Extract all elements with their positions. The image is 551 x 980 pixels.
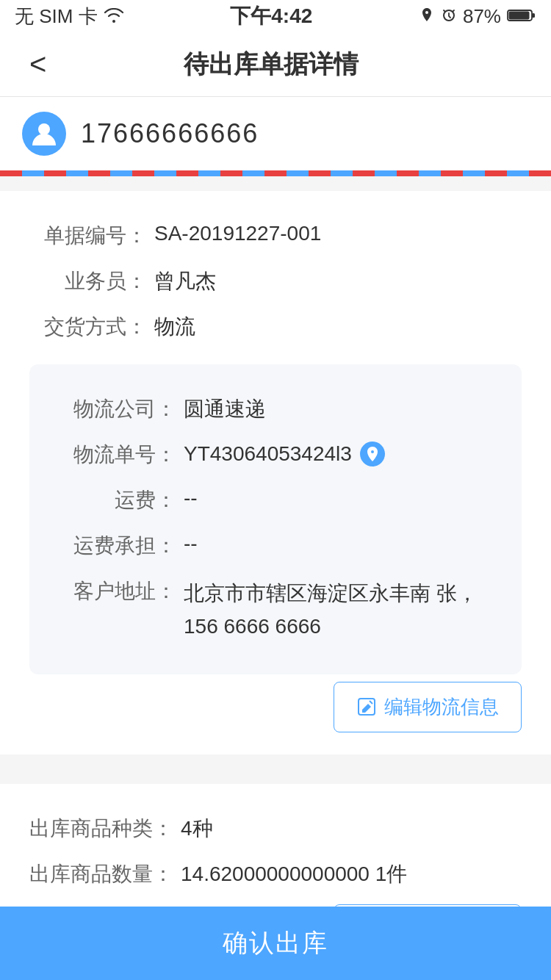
nav-bar: < 待出库单据详情 bbox=[0, 32, 551, 97]
quantity-label: 出库商品数量： bbox=[29, 860, 173, 888]
delivery-label: 交货方式： bbox=[29, 313, 147, 341]
doc-no-label: 单据编号： bbox=[29, 222, 147, 250]
svg-rect-3 bbox=[508, 11, 529, 19]
salesperson-row: 业务员： 曾凡杰 bbox=[29, 259, 522, 304]
carrier-text: 无 SIM 卡 bbox=[15, 4, 98, 29]
logistics-card: 物流公司： 圆通速递 物流单号： YT43064053424l3 运费： -- … bbox=[29, 364, 522, 674]
address-row: 客户地址： 北京市市辖区海淀区永丰南 张，156 6666 6666 bbox=[59, 569, 492, 652]
freight-label: 运费： bbox=[59, 486, 176, 514]
customer-header: 17666666666 bbox=[0, 97, 551, 170]
delivery-value: 物流 bbox=[154, 313, 522, 341]
edit-btn-container: 编辑物流信息 bbox=[29, 674, 522, 732]
freight-value: -- bbox=[184, 486, 492, 510]
quantity-value: 14.62000000000000 1件 bbox=[181, 860, 522, 888]
battery-text: 87% bbox=[463, 5, 501, 28]
customer-avatar bbox=[22, 112, 66, 156]
type-label: 出库商品种类： bbox=[29, 815, 173, 843]
spacer-1 bbox=[0, 754, 551, 769]
freight-bear-value: -- bbox=[184, 532, 492, 555]
doc-no-row: 单据编号： SA-20191227-001 bbox=[29, 213, 522, 259]
type-row: 出库商品种类： 4种 bbox=[29, 806, 522, 851]
wifi-icon bbox=[104, 5, 124, 28]
status-time: 下午4:42 bbox=[230, 2, 312, 30]
back-button[interactable]: < bbox=[22, 40, 54, 88]
battery-icon bbox=[507, 5, 536, 28]
svg-rect-2 bbox=[532, 13, 535, 18]
status-bar: 无 SIM 卡 下午4:42 87% bbox=[0, 0, 551, 32]
freight-bear-label: 运费承担： bbox=[59, 532, 176, 560]
tracking-value: YT43064053424l3 bbox=[184, 441, 492, 467]
doc-no-value: SA-20191227-001 bbox=[154, 222, 522, 245]
alarm-icon bbox=[441, 5, 457, 28]
page-title: 待出库单据详情 bbox=[54, 48, 488, 82]
tracking-label: 物流单号： bbox=[59, 441, 176, 469]
address-value: 北京市市辖区海淀区永丰南 张，156 6666 6666 bbox=[184, 577, 492, 644]
delivery-row: 交货方式： 物流 bbox=[29, 304, 522, 350]
salesperson-label: 业务员： bbox=[29, 267, 147, 295]
main-content: 17666666666 单据编号： SA-20191227-001 业务员： 曾… bbox=[0, 97, 551, 980]
address-label: 客户地址： bbox=[59, 577, 176, 605]
status-right: 87% bbox=[419, 5, 536, 28]
type-value: 4种 bbox=[181, 815, 522, 843]
svg-point-4 bbox=[38, 123, 50, 135]
company-row: 物流公司： 圆通速递 bbox=[59, 386, 492, 432]
quantity-row: 出库商品数量： 14.62000000000000 1件 bbox=[29, 851, 522, 897]
customer-phone: 17666666666 bbox=[81, 118, 259, 149]
company-label: 物流公司： bbox=[59, 395, 176, 423]
stripe-bar bbox=[0, 170, 551, 176]
company-value: 圆通速递 bbox=[184, 395, 492, 423]
salesperson-value: 曾凡杰 bbox=[154, 267, 522, 295]
confirm-outbound-button[interactable]: 确认出库 bbox=[0, 907, 551, 980]
freight-row: 运费： -- bbox=[59, 478, 492, 523]
order-info-section: 单据编号： SA-20191227-001 业务员： 曾凡杰 交货方式： 物流 … bbox=[0, 191, 551, 754]
tracking-row: 物流单号： YT43064053424l3 bbox=[59, 432, 492, 478]
freight-bear-row: 运费承担： -- bbox=[59, 523, 492, 569]
edit-logistics-button[interactable]: 编辑物流信息 bbox=[334, 682, 522, 732]
location-icon bbox=[419, 5, 435, 28]
status-left: 无 SIM 卡 bbox=[15, 4, 124, 29]
